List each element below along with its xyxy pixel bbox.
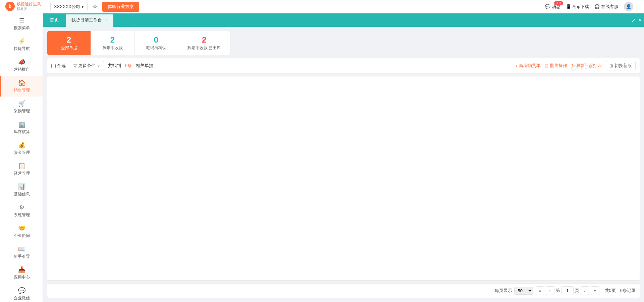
stat-card-pending[interactable]: 0 旺辅待确认 [135, 31, 178, 55]
last-page-button[interactable]: » [591, 286, 599, 295]
table-area [47, 76, 640, 281]
collab-icon: 🤝 [18, 225, 25, 232]
sidebar-label-search: 搜索菜单 [14, 25, 30, 31]
page-suffix: 页 [575, 288, 579, 294]
add-label: 新增销货单 [519, 63, 541, 69]
sidebar-label-guide: 新手引导 [14, 254, 30, 259]
sidebar-item-purchase[interactable]: 🛒 采购管理 [0, 97, 43, 117]
refresh-icon: ↻ [571, 63, 575, 68]
stat-num-overdue: 2 [110, 35, 115, 45]
stat-label-overdue: 到期未收款 [103, 45, 123, 51]
sidebar-item-enterprise-wechat[interactable]: 💬 企业微信 [0, 284, 43, 302]
tab-maximize-icon[interactable]: ⤢ [631, 17, 636, 23]
batch-label: 批量操作 [550, 63, 567, 69]
warehouse-icon: 🏢 [18, 121, 25, 128]
company-name: XXXXXX公司 [54, 4, 80, 10]
page-label: 第 [556, 288, 560, 294]
page-content: 2 全部单据 2 到期未收款 0 旺辅待确认 2 到期未收款 已出库 [43, 27, 644, 302]
switch-icon: ⊞ [609, 63, 613, 68]
print-button[interactable]: ⎙ 打印 [589, 63, 602, 69]
sidebar-item-basic-info[interactable]: 📊 基础信息 [0, 180, 43, 200]
total-records: 共0页，0条记录 [605, 288, 636, 294]
next-page-button[interactable]: › [581, 286, 589, 295]
refresh-button[interactable]: ↻ 刷新 [571, 63, 585, 69]
sidebar-item-search-menu[interactable]: ☰ 搜索菜单 [0, 13, 43, 34]
stat-label-all: 全部单据 [61, 45, 77, 51]
content-area: 首页 钱货日清工作台 × ⤢ × 2 全部单据 2 到期未收款 [43, 13, 644, 302]
page-number-input[interactable] [561, 286, 574, 295]
company-selector[interactable]: XXXXXX公司 ▾ [50, 2, 88, 11]
sidebar-item-collab[interactable]: 🤝 企业协同 [0, 221, 43, 242]
sidebar-item-app-center[interactable]: 📥 应用中心 [0, 263, 43, 284]
user-avatar[interactable]: 👤 [624, 2, 633, 11]
filter-button[interactable]: ▽ 更多条件 ∨ [70, 61, 104, 70]
first-page-button[interactable]: « [536, 286, 544, 295]
sidebar-item-quick-nav[interactable]: ⚡ 快捷导航 [0, 34, 43, 55]
stat-num-pending: 0 [154, 35, 158, 45]
main-layout: ☰ 搜索菜单 ⚡ 快捷导航 📣 营销推广 🏠 销售管理 🛒 采购管理 🏢 库存核… [0, 13, 644, 302]
settings-button[interactable]: ⚙ [90, 2, 100, 11]
app-name: 畅捷通好生意 [17, 2, 41, 6]
sidebar-label-quick-nav: 快捷导航 [14, 46, 30, 52]
sidebar-label-operations: 经营管理 [14, 171, 30, 176]
select-all-input[interactable] [51, 64, 56, 68]
prev-page-icon: ‹ [549, 288, 551, 293]
top-bar-right: 💬 消息 99+ 📱 App下载 🎧 在线客服 👤 [545, 2, 639, 11]
stat-label-overdue-shipped: 到期未收款 已出库 [187, 45, 221, 51]
sidebar-label-finance: 资金管理 [14, 150, 30, 156]
app-version: 标准版 [17, 7, 41, 11]
purchase-icon: 🛒 [18, 100, 25, 107]
found-prefix: 共找到 [108, 63, 121, 69]
wechat-icon: 💬 [18, 287, 25, 294]
sidebar-item-guide[interactable]: 📖 新手引导 [0, 242, 43, 263]
message-button[interactable]: 💬 消息 99+ [545, 4, 560, 10]
prev-page-button[interactable]: ‹ [546, 286, 554, 295]
print-label: 打印 [593, 63, 602, 69]
select-all-checkbox[interactable]: 全选 [51, 63, 66, 69]
sidebar-item-operations[interactable]: 📋 经营管理 [0, 159, 43, 180]
stat-card-overdue[interactable]: 2 到期未收款 [91, 31, 135, 55]
gear-icon: ⚙ [93, 3, 97, 10]
tab-work-bench[interactable]: 钱货日清工作台 × [66, 13, 113, 27]
service-label: 在线客服 [601, 4, 619, 10]
stat-card-all[interactable]: 2 全部单据 [47, 31, 91, 55]
stat-card-overdue-shipped[interactable]: 2 到期未收款 已出库 [178, 31, 230, 55]
sidebar-label-wechat: 企业微信 [14, 295, 30, 301]
per-page-select[interactable]: 50 100 [514, 287, 533, 295]
stat-num-all: 2 [67, 35, 71, 45]
lightning-icon: ⚡ [18, 38, 25, 45]
message-badge: 99+ [554, 1, 563, 5]
sidebar-label-inventory: 库存核算 [14, 129, 30, 135]
tab-close-icon[interactable]: × [105, 18, 108, 22]
sidebar-item-finance[interactable]: 💰 资金管理 [0, 138, 43, 159]
guide-icon: 📖 [18, 245, 25, 253]
app-center-icon: 📥 [18, 266, 25, 274]
sidebar-label-purchase: 采购管理 [14, 108, 30, 114]
sidebar-item-sales[interactable]: 🏠 销售管理 [0, 76, 43, 97]
app-dl-icon: 📱 [566, 4, 571, 9]
home-icon: 🏠 [18, 79, 25, 86]
tab-home-label: 首页 [50, 17, 59, 23]
trial-button[interactable]: 体验行业方案 [102, 2, 139, 12]
logo-area: b 畅捷通好生意 标准版 [5, 2, 41, 11]
sidebar-label-app-center: 应用中心 [14, 275, 30, 280]
search-icon: ☰ [19, 17, 24, 24]
sidebar-label-sales: 销售管理 [14, 87, 30, 93]
filter-icon: ▽ [73, 63, 77, 68]
tab-home[interactable]: 首页 [43, 13, 66, 27]
add-icon: + [515, 63, 518, 68]
online-service-button[interactable]: 🎧 在线客服 [594, 4, 619, 10]
top-bar-left: b 畅捷通好生意 标准版 XXXXXX公司 ▾ ⚙ 体验行业方案 [5, 2, 139, 12]
next-page-icon: › [584, 288, 586, 293]
batch-operation-button[interactable]: ⊟ 批量操作 [545, 63, 567, 69]
sidebar-item-inventory[interactable]: 🏢 库存核算 [0, 117, 43, 138]
sidebar-item-system[interactable]: ⚙ 系统管理 [0, 200, 43, 221]
add-sales-order-button[interactable]: + 新增销货单 [515, 63, 541, 69]
sidebar-item-marketing[interactable]: 📣 营销推广 [0, 55, 43, 76]
app-download-button[interactable]: 📱 App下载 [566, 4, 589, 10]
tab-close-all-icon[interactable]: × [638, 17, 641, 23]
message-icon: 💬 [545, 4, 550, 9]
switch-new-version-button[interactable]: ⊞ 切换新版 [606, 61, 636, 70]
chevron-down-icon: ▾ [82, 4, 84, 9]
tab-work-bench-label: 钱货日清工作台 [71, 17, 102, 23]
